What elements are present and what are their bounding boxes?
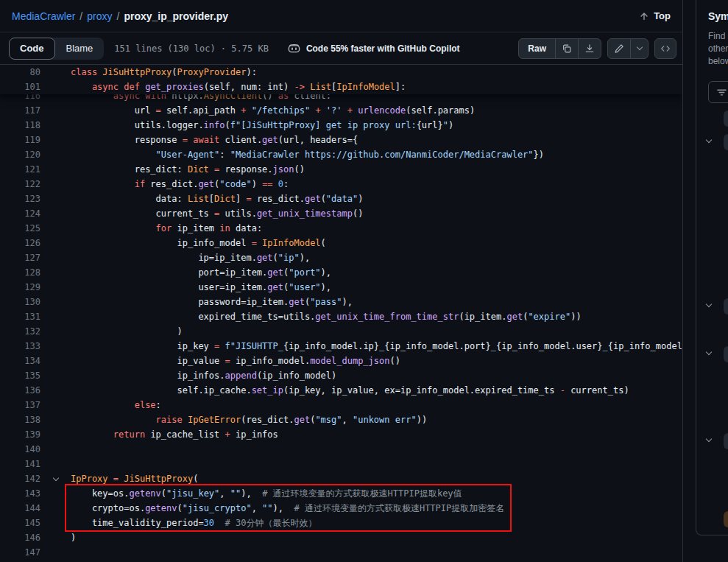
fold-gutter bbox=[40, 354, 71, 368]
line-number[interactable]: 124 bbox=[0, 206, 40, 221]
fold-gutter bbox=[40, 368, 71, 383]
code-line: 123data: List[Dict] = res_dict.get("data… bbox=[0, 192, 682, 206]
code-line: 146) bbox=[0, 530, 682, 545]
fold-gutter bbox=[40, 412, 71, 427]
line-number[interactable]: 128 bbox=[0, 265, 40, 280]
symbols-description-line: below bbox=[708, 55, 728, 68]
line-number[interactable]: 137 bbox=[0, 398, 40, 412]
fold-gutter bbox=[40, 221, 71, 236]
code-line: 126ip_info_model = IpInfoModel( bbox=[0, 236, 682, 250]
line-number[interactable]: 135 bbox=[0, 368, 40, 383]
chevron-down-icon bbox=[636, 44, 642, 50]
fold-chevron-icon[interactable] bbox=[40, 471, 71, 486]
code-line: 144crypto=os.getenv("jisu_crypto", ""), … bbox=[0, 501, 682, 516]
code-text: utils.logger.info(f"[JiSuHttpProxy] get … bbox=[71, 118, 682, 133]
code-line: 120"User-Agent": "MediaCrawler https://g… bbox=[0, 147, 682, 162]
chevron-down-icon[interactable] bbox=[706, 436, 712, 442]
line-number[interactable]: 144 bbox=[0, 501, 40, 516]
line-number[interactable]: 101 bbox=[0, 80, 40, 94]
symbol-pill[interactable] bbox=[724, 298, 728, 315]
fold-gutter bbox=[40, 398, 71, 412]
symbol-row[interactable] bbox=[696, 110, 728, 127]
filter-symbols-button[interactable] bbox=[708, 81, 728, 103]
file-view-container: MediaCrawler / proxy / proxy_ip_provider… bbox=[0, 0, 683, 562]
symbol-pill[interactable] bbox=[724, 134, 728, 150]
code-text: raise IpGetError(res_dict.get("msg", "un… bbox=[71, 412, 682, 427]
symbol-pill[interactable] bbox=[724, 110, 728, 127]
tab-blame[interactable]: Blame bbox=[55, 38, 105, 60]
breadcrumb-folder-link[interactable]: proxy bbox=[87, 10, 112, 22]
code-line: 131expired_time_ts=utils.get_unix_time_f… bbox=[0, 309, 682, 324]
line-number[interactable]: 122 bbox=[0, 177, 40, 192]
line-number[interactable]: 129 bbox=[0, 280, 40, 295]
line-number[interactable]: 138 bbox=[0, 412, 40, 427]
code-text: ip_value = ip_info_model.model_dump_json… bbox=[71, 354, 682, 368]
code-text: ip=ip_item.get("ip"), bbox=[71, 250, 682, 265]
fold-gutter bbox=[40, 295, 71, 309]
code-line: 145time_validity_period=30 # 30分钟（最长时效） bbox=[0, 516, 682, 530]
line-number[interactable]: 143 bbox=[0, 486, 40, 501]
code-text: for ip_item in data: bbox=[71, 221, 682, 236]
symbols-toggle-button[interactable] bbox=[654, 38, 676, 59]
fold-gutter bbox=[40, 177, 71, 192]
line-number[interactable]: 121 bbox=[0, 162, 40, 177]
chevron-down-icon[interactable] bbox=[706, 301, 712, 307]
line-number[interactable]: 119 bbox=[0, 133, 40, 147]
line-number[interactable]: 80 bbox=[0, 65, 40, 80]
breadcrumb-repo-link[interactable]: MediaCrawler bbox=[12, 10, 75, 22]
download-button[interactable] bbox=[578, 38, 601, 59]
line-number[interactable]: 147 bbox=[0, 545, 40, 560]
chevron-down-icon[interactable] bbox=[706, 137, 712, 143]
symbol-row[interactable] bbox=[696, 134, 728, 150]
line-number[interactable]: 133 bbox=[0, 339, 40, 354]
line-number[interactable]: 127 bbox=[0, 250, 40, 265]
line-number[interactable]: 125 bbox=[0, 221, 40, 236]
line-number[interactable]: 134 bbox=[0, 354, 40, 368]
raw-button[interactable]: Raw bbox=[518, 38, 556, 59]
line-number[interactable]: 139 bbox=[0, 427, 40, 442]
edit-button[interactable] bbox=[607, 38, 631, 59]
copy-raw-button[interactable] bbox=[555, 38, 579, 59]
line-number[interactable]: 123 bbox=[0, 192, 40, 206]
line-number[interactable]: 130 bbox=[0, 295, 40, 309]
back-to-top-link[interactable]: Top bbox=[639, 10, 671, 21]
chevron-down-icon[interactable] bbox=[706, 349, 712, 355]
code-line: 142IpProxy = JiSuHttpProxy( bbox=[0, 471, 682, 486]
code-text: class JiSuHttpProxy(ProxyProvider): bbox=[71, 65, 682, 80]
code-text: time_validity_period=30 # 30分钟（最长时效） bbox=[71, 516, 682, 530]
symbol-row[interactable] bbox=[696, 346, 728, 362]
symbol-row[interactable] bbox=[696, 511, 728, 527]
symbol-row[interactable] bbox=[696, 433, 728, 449]
code-line: 125for ip_item in data: bbox=[0, 221, 682, 236]
edit-menu-button[interactable] bbox=[630, 38, 649, 59]
tab-code[interactable]: Code bbox=[9, 38, 55, 60]
code-text: current_ts = utils.get_unix_timestamp() bbox=[71, 206, 682, 221]
line-number[interactable]: 132 bbox=[0, 324, 40, 339]
symbol-pill[interactable] bbox=[724, 433, 728, 449]
line-number[interactable]: 136 bbox=[0, 383, 40, 398]
code-line: 137else: bbox=[0, 398, 682, 412]
line-number[interactable]: 146 bbox=[0, 530, 40, 545]
symbol-row[interactable] bbox=[696, 298, 728, 315]
line-number[interactable]: 117 bbox=[0, 103, 40, 118]
code-text: IpProxy = JiSuHttpProxy( bbox=[71, 471, 682, 486]
line-number[interactable]: 126 bbox=[0, 236, 40, 250]
fold-gutter bbox=[40, 324, 71, 339]
code-text: crypto=os.getenv("jisu_crypto", ""), # 通… bbox=[71, 501, 682, 516]
line-number[interactable]: 141 bbox=[0, 457, 40, 471]
line-number[interactable]: 118 bbox=[0, 118, 40, 133]
line-number[interactable]: 140 bbox=[0, 442, 40, 457]
line-number[interactable]: 120 bbox=[0, 147, 40, 162]
breadcrumb-file-name: proxy_ip_provider.py bbox=[124, 10, 228, 22]
code-text: if res_dict.get("code") == 0: bbox=[71, 177, 682, 192]
line-number[interactable]: 145 bbox=[0, 516, 40, 530]
symbol-pill[interactable] bbox=[724, 511, 728, 527]
code-text: key=os.getenv("jisu_key", ""), # 通过环境变量的… bbox=[71, 486, 682, 501]
fold-gutter bbox=[40, 80, 71, 94]
line-number[interactable]: 131 bbox=[0, 309, 40, 324]
symbol-pill[interactable] bbox=[724, 346, 728, 362]
code-text: expired_time_ts=utils.get_unix_time_from… bbox=[71, 309, 682, 324]
line-number[interactable]: 142 bbox=[0, 471, 40, 486]
symbols-description: Find other below bbox=[708, 30, 728, 68]
code-line: 129user=ip_item.get("user"), bbox=[0, 280, 682, 295]
